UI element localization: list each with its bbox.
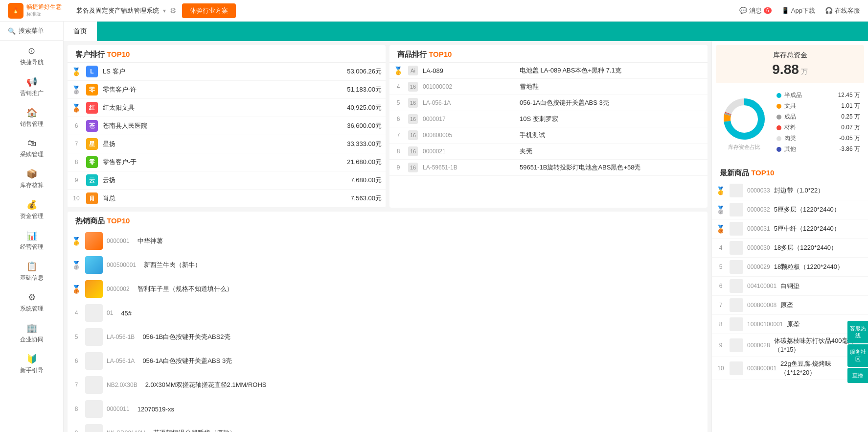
- rank-badge-3: 红: [86, 102, 98, 114]
- sidebar-item-quick-nav[interactable]: ⊙ 快捷导航: [0, 41, 63, 72]
- sidebar-item-purchase[interactable]: 🛍 采购管理: [0, 133, 63, 164]
- table-row[interactable]: 🥉 红 红太阳文具 40,925.00元: [68, 99, 386, 117]
- list-item[interactable]: 🥉 0000002 智利车子里（规格不知道填什么）: [68, 277, 708, 301]
- list-item[interactable]: 4 01 45#: [68, 301, 708, 325]
- guide-icon: 🔰: [26, 354, 37, 364]
- table-row[interactable]: 7 星 星扬 33,333.00元: [68, 135, 386, 153]
- list-item[interactable]: 7 NB2.0X30B 2.0X30MM双搓花轴搓花直径2.1MM/ROHS: [68, 373, 708, 397]
- legend-dot-3: [777, 125, 781, 130]
- list-item[interactable]: 4 0000030 18多层（1220*2440）: [712, 239, 868, 258]
- product-img-5: [85, 328, 103, 346]
- rank-name-1: LS 客户: [103, 67, 342, 76]
- sidebar: 🔍 搜索菜单 ⊙ 快捷导航 📢 营销推广 🏠 销售管理 🛍 采购管理 📦 库存核…: [0, 22, 64, 432]
- gear-icon[interactable]: ⚙: [170, 6, 176, 15]
- live-btn[interactable]: 直播: [847, 368, 868, 383]
- product-img-6: [85, 352, 103, 370]
- legend-item-1: 文具 1.01 万: [777, 102, 860, 110]
- customer-service-btn[interactable]: 客服热线: [847, 321, 868, 343]
- sidebar-item-system[interactable]: ⚙ 系统管理: [0, 287, 63, 318]
- system-name: 装备及固定资产辅助管理系统: [76, 6, 159, 15]
- list-item[interactable]: 6 004100001 白钢垫: [712, 277, 868, 296]
- inventory-icon: 📦: [26, 168, 37, 179]
- right-panel: 库存总资金 9.88 万: [711, 41, 868, 432]
- float-panel: 客服热线 服务社区 直播: [847, 321, 868, 383]
- product-img-2: [85, 256, 103, 274]
- sidebar-item-enterprise[interactable]: 🏢 企业协同: [0, 318, 63, 349]
- np-img-2: [730, 203, 743, 216]
- list-item[interactable]: 8 0000011 12070519-xs: [68, 397, 708, 421]
- system-selector[interactable]: 装备及固定资产辅助管理系统 ▾ ⚙: [76, 6, 176, 15]
- table-row[interactable]: 5 16 LA-056-1A 056-1A白色按键开关盖ABS 3壳: [389, 95, 708, 111]
- table-row[interactable]: 6 16 0000017 10S 变刺罗寂: [389, 111, 708, 127]
- list-item[interactable]: 🥈 000500001 新西兰牛肉（新牛）: [68, 253, 708, 277]
- sidebar-item-basic[interactable]: 📋 基础信息: [0, 256, 63, 287]
- message-icon: 💬: [739, 7, 747, 14]
- product-img-1: [85, 232, 103, 250]
- table-row[interactable]: 9 云 云扬 7,680.00元: [68, 171, 386, 190]
- service-community-btn[interactable]: 服务社区: [847, 344, 868, 367]
- sidebar-item-sales[interactable]: 🏠 销售管理: [0, 102, 63, 133]
- list-item[interactable]: 🥇 0000033 封边带（1.0*22）: [712, 181, 868, 200]
- list-item[interactable]: 8 10000100001 原垄: [712, 315, 868, 334]
- np-img-1: [730, 184, 743, 197]
- sidebar-item-inventory[interactable]: 📦 库存核算: [0, 164, 63, 194]
- trial-button[interactable]: 体验行业方案: [182, 3, 236, 18]
- list-item[interactable]: 5 0000029 18颗粒板（1220*2440）: [712, 258, 868, 277]
- np-img-3: [730, 222, 743, 236]
- list-item[interactable]: 10 003800001 22g鱼豆腐-烧烤味（1*12*20）: [712, 357, 868, 380]
- list-item[interactable]: 🥈 0000032 5厘多层（1220*2440）: [712, 200, 868, 219]
- hot-products-section: 热销商品 TOP10 🥇 0000001 中华神薯 🥈: [68, 212, 708, 432]
- table-row[interactable]: 8 零 零售客户-于 21,680.00元: [68, 153, 386, 171]
- np-img-5: [730, 260, 743, 274]
- table-row[interactable]: 8 16 0000021 夹壳: [389, 144, 708, 160]
- legend-item-5: 其他 -3.86 万: [777, 145, 860, 153]
- table-row[interactable]: 10 肖 肖总 7,563.00元: [68, 190, 386, 208]
- rank-amount-1: 53,006.26元: [347, 67, 382, 76]
- new-products-title: 最新商品 TOP10: [712, 164, 868, 181]
- product-img-7: [85, 376, 103, 394]
- list-item[interactable]: 🥇 0000001 中华神薯: [68, 229, 708, 253]
- dropdown-arrow-icon[interactable]: ▾: [163, 7, 166, 14]
- table-row[interactable]: 7 16 000800005 手机测试: [389, 127, 708, 144]
- table-row[interactable]: 4 16 001000002 雪地鞋: [389, 79, 708, 95]
- message-btn[interactable]: 💬 消息 6: [739, 6, 772, 15]
- search-icon: 🔍: [8, 27, 16, 35]
- np-img-4: [730, 241, 743, 255]
- product-img-4: [85, 304, 103, 322]
- list-item[interactable]: 🥉 0000031 5厘中纤（1220*2440）: [712, 219, 868, 239]
- sidebar-item-finance[interactable]: 💰 资金管理: [0, 194, 63, 225]
- np-img-8: [730, 317, 743, 331]
- table-row[interactable]: 🥈 零 零售客户-许 51,183.00元: [68, 81, 386, 99]
- list-item[interactable]: 7 000800008 原垄: [712, 296, 868, 315]
- online-service-btn[interactable]: 🎧 在线客服: [825, 6, 860, 15]
- customer-ranking-list: 🥇 L LS 客户 53,006.26元 🥈 零 零售客户-许 51,183.0…: [68, 63, 386, 208]
- legend-dot-5: [777, 147, 781, 152]
- product-ranking-list: 🥇 Ai LA-089 电池盖 LA-089 ABS本色+黑种 7.1克 4 1…: [389, 63, 708, 176]
- app-download-btn[interactable]: 📱 App下载: [781, 6, 815, 15]
- logo-sub: 标准版: [26, 11, 62, 18]
- list-item[interactable]: 9 0000028 体碳荔枝味苏打饮品400毫升（1*15）: [712, 334, 868, 357]
- list-item[interactable]: 9 KK-SD22110H 花语萌恒温分腿睡袋（厚款）: [68, 421, 708, 432]
- sidebar-item-marketing[interactable]: 📢 营销推广: [0, 72, 63, 102]
- rank-badge-6: 零: [86, 156, 98, 168]
- table-row[interactable]: 9 16 LA-59651-1B 59651-1B旋转投影灯电池盒ABS黑色+5…: [389, 160, 708, 176]
- inventory-total-section: 库存总资金 9.88 万: [716, 45, 864, 83]
- rank-badge-8: 肖: [86, 192, 98, 204]
- tab-home[interactable]: 首页: [64, 22, 97, 41]
- table-row[interactable]: 6 苍 苍南县人民医院 36,600.00元: [68, 117, 386, 135]
- list-item[interactable]: 5 LA-056-1B 056-1B白色按键开关壳ABS2壳: [68, 325, 708, 349]
- legend-item-2: 成品 0.25 万: [777, 113, 860, 121]
- phone-icon: 📱: [781, 7, 789, 14]
- sidebar-item-operation[interactable]: 📊 经营管理: [0, 225, 63, 256]
- table-row[interactable]: 🥇 L LS 客户 53,006.26元: [68, 63, 386, 81]
- logo-text: 畅捷通好生意: [26, 3, 62, 11]
- list-item[interactable]: 6 LA-056-1A 056-1A白色按键开关盖ABS 3壳: [68, 349, 708, 373]
- sidebar-item-guide[interactable]: 🔰 新手引导: [0, 349, 63, 380]
- search-menu-btn[interactable]: 🔍 搜索菜单: [0, 22, 63, 41]
- finance-icon: 💰: [26, 199, 37, 210]
- rank-badge-7: 云: [86, 174, 98, 186]
- header-right: 💬 消息 6 📱 App下载 🎧 在线客服: [739, 6, 860, 15]
- main-layout: 🔍 搜索菜单 ⊙ 快捷导航 📢 营销推广 🏠 销售管理 🛍 采购管理 📦 库存核…: [0, 22, 868, 432]
- page-content: 客户排行 TOP10 🥇 L LS 客户 53,006.26元: [64, 41, 868, 432]
- table-row[interactable]: 🥇 Ai LA-089 电池盖 LA-089 ABS本色+黑种 7.1克: [389, 63, 708, 79]
